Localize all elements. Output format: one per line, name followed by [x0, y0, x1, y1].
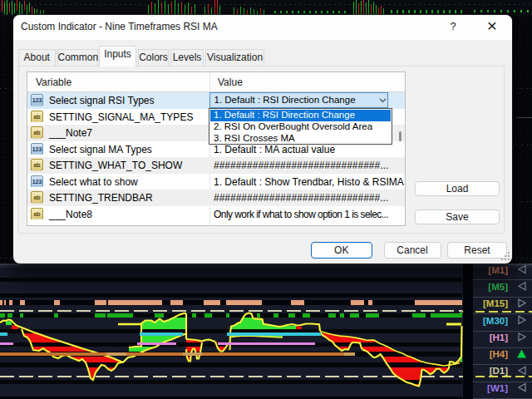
svg-text:[H1]: [H1]	[490, 332, 509, 342]
svg-text:[M5]: [M5]	[488, 282, 508, 292]
svg-text:[M30]: [M30]	[483, 316, 508, 326]
svg-text:[M1]: [M1]	[488, 265, 508, 275]
svg-text:[H4]: [H4]	[490, 349, 509, 359]
svg-text:[W1]: [W1]	[487, 383, 508, 393]
svg-text:[M15]: [M15]	[483, 298, 508, 308]
svg-text:[D1]: [D1]	[490, 366, 509, 376]
